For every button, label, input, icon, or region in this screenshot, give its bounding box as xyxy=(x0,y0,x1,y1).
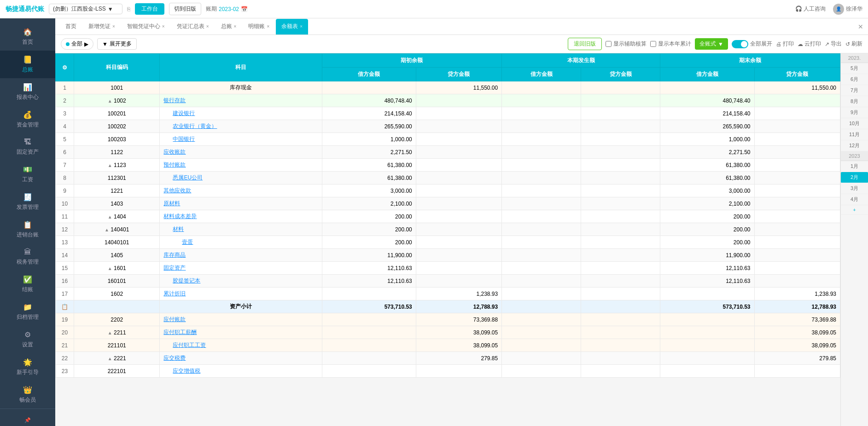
row-name[interactable]: 应付账款 xyxy=(160,313,322,326)
row-name[interactable]: 库存商品 xyxy=(160,249,322,262)
right-panel-month-1[interactable]: 1月 xyxy=(841,161,868,172)
right-panel-month-7[interactable]: 7月 xyxy=(841,85,868,96)
right-panel-month-6[interactable]: 6月 xyxy=(841,74,868,85)
sidebar-item-home[interactable]: 🏠 首页 xyxy=(0,23,55,51)
row-name[interactable]: 农业银行（黄金） xyxy=(160,120,322,133)
right-panel-month-4[interactable]: 4月 xyxy=(841,194,868,205)
tab-ledger-close[interactable]: × xyxy=(234,24,237,29)
row-name[interactable]: 悉属EU公司 xyxy=(160,172,322,184)
row-name[interactable]: 预付账款 xyxy=(160,159,322,172)
user-info[interactable]: 👤 徐泽华 xyxy=(833,4,862,15)
company-selector[interactable]: (勿删）江西股金-LSS ▼ xyxy=(49,4,122,14)
consult-link[interactable]: 🎧 人工咨询 xyxy=(795,5,826,13)
row-name[interactable]: 应收账款 xyxy=(160,146,322,159)
expand-all-toggle[interactable]: 全部展开 xyxy=(732,40,772,48)
period-value[interactable]: 2023-02 xyxy=(219,6,239,12)
row-name[interactable]: 应交税费 xyxy=(160,352,322,365)
row-name[interactable]: 应交增值税 xyxy=(160,365,322,378)
table-config-cell[interactable]: ⚙ xyxy=(56,54,74,81)
headset-icon: 🎧 xyxy=(795,6,802,12)
row-ob-credit xyxy=(416,223,501,236)
tab-detail-close[interactable]: × xyxy=(267,24,269,29)
row-number: 3 xyxy=(56,107,74,120)
cloud-print-button[interactable]: ☁ 云打印 xyxy=(798,40,821,48)
show-ytd-input[interactable] xyxy=(650,41,656,47)
row-name[interactable]: 原材料 xyxy=(160,197,322,210)
tab-smart-center-close[interactable]: × xyxy=(162,24,165,29)
sidebar-pin-button[interactable]: 📌 取消固定 xyxy=(0,413,55,426)
print-button[interactable]: 🖨 打印 xyxy=(776,40,794,48)
row-name[interactable]: 胶提签记本 xyxy=(160,275,322,288)
right-panel-month-10[interactable]: 10月 xyxy=(841,118,868,129)
expand-button[interactable]: ▼ 展开更多 xyxy=(97,38,137,50)
right-panel-month-5[interactable]: 5月 xyxy=(841,63,868,74)
row-eb-credit: 1,238.93 xyxy=(754,288,840,300)
sidebar-item-purchase[interactable]: 📋 进销台账 xyxy=(0,216,55,243)
right-panel-month-8[interactable]: 8月 xyxy=(841,96,868,107)
capital-icon: 💰 xyxy=(23,110,32,119)
row-name[interactable]: 累计折旧 xyxy=(160,288,322,300)
tab-home[interactable]: 首页 xyxy=(60,19,82,35)
close-all-tabs-button[interactable]: ✕ xyxy=(858,23,863,30)
row-number: 15 xyxy=(56,262,74,275)
sidebar-item-archive[interactable]: 📁 归档管理 xyxy=(0,298,55,326)
row-name[interactable]: 固定资产 xyxy=(160,262,322,275)
right-panel-month-12[interactable]: 12月 xyxy=(841,140,868,151)
workbench-button[interactable]: 工作台 xyxy=(135,3,164,15)
row-ob-debit xyxy=(322,81,416,94)
right-panel-month-3[interactable]: 3月 xyxy=(841,183,868,194)
export-button[interactable]: ↗ 导出 xyxy=(825,40,842,48)
show-ytd-checkbox[interactable]: 显示本年累计 xyxy=(650,40,691,48)
row-name[interactable]: 材料成本差异 xyxy=(160,210,322,223)
tab-bar: 首页 新增凭证 × 智能凭证中心 × 凭证汇总表 × 总账 × 明细账 × xyxy=(55,18,868,35)
filter-button[interactable]: 全部 ▶ xyxy=(61,38,93,50)
tab-voucher-summary-close[interactable]: × xyxy=(206,24,209,29)
row-name[interactable]: 应付职工薪酬 xyxy=(160,326,322,339)
row-cur-credit xyxy=(581,288,660,300)
right-panel-month-11[interactable]: 11月 xyxy=(841,129,868,140)
show-aux-checkbox[interactable]: 显示辅助核算 xyxy=(606,40,647,48)
sidebar-item-payroll[interactable]: 💵 工资 xyxy=(0,161,55,188)
tab-new-voucher[interactable]: 新增凭证 × xyxy=(83,19,121,35)
tab-new-voucher-close[interactable]: × xyxy=(112,24,115,29)
sidebar-item-invoice[interactable]: 🧾 发票管理 xyxy=(0,188,55,216)
sidebar-item-member[interactable]: 👑 畅会员 xyxy=(0,381,55,409)
full-mode-button[interactable]: 全账式 ▼ xyxy=(695,38,728,50)
tab-ledger[interactable]: 总账 × xyxy=(216,19,242,35)
return-old-button[interactable]: 退回旧版 xyxy=(568,38,602,50)
sidebar-item-report[interactable]: 📊 报表中心 xyxy=(0,78,55,106)
refresh-button[interactable]: ↺ 刷新 xyxy=(845,40,862,48)
toggle-track[interactable] xyxy=(732,40,748,48)
sidebar-item-tax[interactable]: 🏛 税务管理 xyxy=(0,243,55,271)
row-name[interactable]: 材料 xyxy=(160,223,322,236)
sidebar-item-ledger[interactable]: 📒 总账 xyxy=(0,51,55,78)
row-name[interactable]: 应付职工工资 xyxy=(160,339,322,352)
row-name[interactable]: 建设银行 xyxy=(160,107,322,120)
right-panel-add-button[interactable]: + xyxy=(841,205,868,215)
sidebar-item-settle[interactable]: ✅ 结账 xyxy=(0,271,55,298)
row-ob-debit: 573,710.53 xyxy=(322,300,416,313)
sidebar-item-settings[interactable]: ⚙ 设置 xyxy=(0,326,55,353)
right-panel-month-9[interactable]: 9月 xyxy=(841,107,868,118)
tab-voucher-summary[interactable]: 凭证汇总表 × xyxy=(171,19,215,35)
switch-button[interactable]: 切到旧版 xyxy=(169,3,201,15)
tab-smart-center-label: 智能凭证中心 xyxy=(127,23,160,30)
show-aux-input[interactable] xyxy=(606,41,612,47)
row-name[interactable]: 银行存款 xyxy=(160,94,322,107)
tab-detail[interactable]: 明细账 × xyxy=(243,19,275,35)
copy-icon[interactable]: ⎘ xyxy=(127,6,130,12)
sidebar-item-assets[interactable]: 🏗 固定资产 xyxy=(0,133,55,161)
tab-balance[interactable]: 余额表 × xyxy=(276,19,308,35)
row-name[interactable]: 壹蛋 xyxy=(160,236,322,249)
tab-balance-close[interactable]: × xyxy=(300,24,303,29)
sidebar-item-capital[interactable]: 💰 资金管理 xyxy=(0,106,55,133)
row-name[interactable]: 中国银行 xyxy=(160,133,322,146)
row-name[interactable]: 其他应收款 xyxy=(160,184,322,197)
sidebar-item-guide[interactable]: 🌟 新手引导 xyxy=(0,353,55,381)
right-panel-month-2[interactable]: 2月 xyxy=(841,172,868,183)
tab-smart-center[interactable]: 智能凭证中心 × xyxy=(122,19,170,35)
col-header-eb: 期末余额 xyxy=(660,54,840,68)
pin-icon: 📌 xyxy=(24,417,31,423)
row-ob-debit: 12,110.63 xyxy=(322,275,416,288)
row-number: 21 xyxy=(56,339,74,352)
